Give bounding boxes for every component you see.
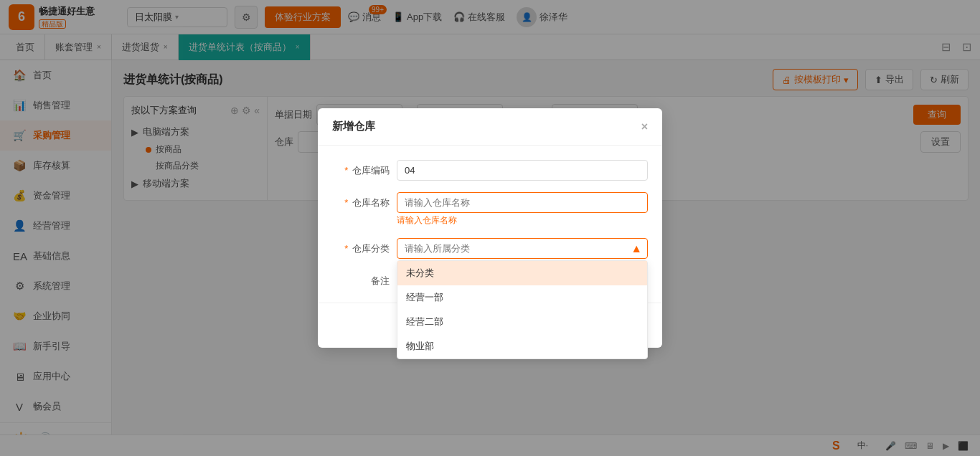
name-field: 请输入仓库名称 [397,192,648,227]
name-input[interactable] [397,192,648,213]
modal-close-button[interactable]: × [641,120,648,133]
category-option-unclassified[interactable]: 未分类 [397,261,647,285]
category-option-dept2[interactable]: 经营二部 [397,310,647,334]
modal-header: 新增仓库 × [318,108,662,146]
modal-body: * 仓库编码 * 仓库名称 请输入仓库名称 [318,146,662,291]
form-row-code: * 仓库编码 [332,160,648,181]
name-label: * 仓库名称 [332,192,390,209]
code-label: * 仓库编码 [332,160,390,177]
code-input[interactable] [397,160,648,181]
category-dropdown: 未分类 经营一部 经营二部 物业部 [397,260,648,359]
remark-label: 备注 [332,270,390,288]
category-option-dept3[interactable]: 物业部 [397,334,647,358]
form-row-name: * 仓库名称 请输入仓库名称 [332,192,648,227]
category-label: * 仓库分类 [332,238,390,255]
form-row-category: * 仓库分类 ▲ 未分类 经营一部 经营二部 物业部 [332,238,648,259]
modal-title: 新增仓库 [332,120,375,133]
category-input[interactable] [397,238,648,259]
name-error-msg: 请输入仓库名称 [397,214,648,227]
category-toggle-icon[interactable]: ▲ [631,242,642,255]
modal-overlay[interactable]: 新增仓库 × * 仓库编码 * 仓库名称 [0,0,980,456]
category-option-dept1[interactable]: 经营一部 [397,285,647,310]
code-field [397,160,648,181]
add-warehouse-modal: 新增仓库 × * 仓库编码 * 仓库名称 [318,108,662,348]
category-field: ▲ 未分类 经营一部 经营二部 物业部 [397,238,648,259]
category-input-wrapper: ▲ [397,238,648,259]
